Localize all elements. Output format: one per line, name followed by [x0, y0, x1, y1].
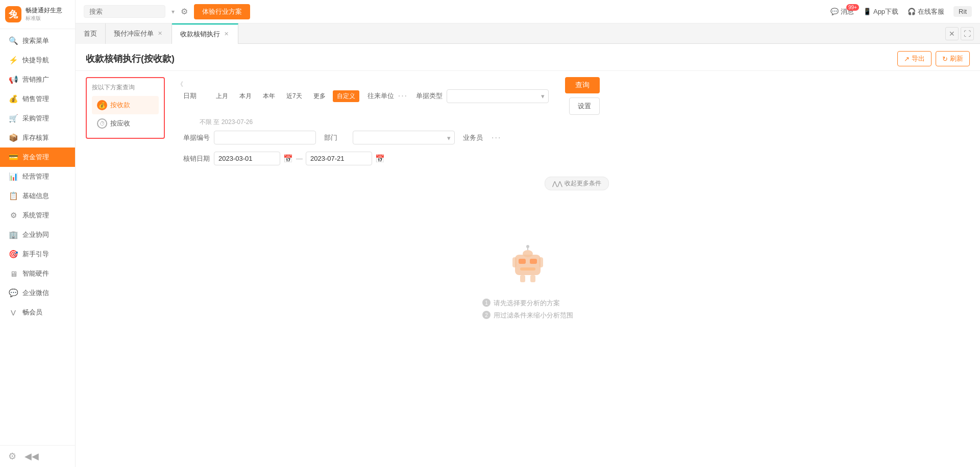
refresh-icon: ↻ [942, 55, 948, 63]
dept-label: 部门 [324, 133, 349, 142]
sidebar-label-5: 库存核算 [22, 133, 49, 142]
filter-row-2: 单据编号 部门 业务员 [183, 131, 970, 144]
writeoff-end-calendar-icon[interactable]: 📅 [375, 154, 385, 163]
collapse-bar: ⋀⋀ 收起更多条件 [183, 173, 970, 192]
empty-state: 1 请先选择要分析的方案 2 用过滤条件来缩小分析范围 [76, 199, 980, 343]
sidebar-icon-9: ⚙ [8, 211, 18, 220]
app-download-button[interactable]: 📱 App下载 [863, 7, 898, 16]
sidebar-icon-4: 🛒 [8, 114, 18, 123]
sidebar-item-9[interactable]: ⚙系统管理 [0, 206, 75, 225]
svg-rect-2 [530, 259, 537, 264]
sidebar-label-2: 营销推广 [22, 75, 49, 84]
sidebar-item-8[interactable]: 📋基础信息 [0, 186, 75, 206]
date-last-7days[interactable]: 近7天 [282, 90, 306, 102]
solution-button[interactable]: 体验行业方案 [194, 4, 250, 19]
date-no-limit-row: 不限 至 2023-07-26 [200, 118, 970, 127]
sidebar-item-5[interactable]: 📦库存核算 [0, 128, 75, 148]
query-button[interactable]: 查询 [565, 77, 600, 93]
sidebar-label-4: 采购管理 [22, 114, 49, 123]
empty-tip-1: 1 请先选择要分析的方案 [482, 299, 573, 308]
collapse-more-button[interactable]: ⋀⋀ 收起更多条件 [545, 177, 609, 190]
online-service-button[interactable]: 🎧 在线客服 [908, 7, 944, 16]
settings-icon[interactable]: ⚙ [8, 451, 16, 462]
empty-tips: 1 请先选择要分析的方案 2 用过滤条件来缩小分析范围 [482, 299, 573, 323]
writeoff-date-end-input[interactable] [306, 152, 372, 165]
close-tab-button[interactable]: ✕ [945, 27, 959, 40]
settings-gear-icon[interactable]: ⚙ [181, 7, 188, 16]
svg-rect-5 [539, 257, 543, 267]
export-button[interactable]: ↗ 导出 [897, 51, 932, 66]
date-custom-active[interactable]: 自定义 [333, 90, 359, 102]
sidebar-label-11: 新手引导 [22, 250, 49, 259]
sidebar-footer: ⚙ ◀◀ [0, 445, 75, 467]
sidebar-item-10[interactable]: 🏢企业协同 [0, 225, 75, 244]
sidebar-label-14: 畅会员 [22, 308, 42, 317]
filter-option-by-receivable[interactable]: ⏱ 按应收 [92, 114, 159, 133]
dept-select-wrap [353, 131, 455, 144]
sidebar-label-0: 搜索菜单 [22, 36, 49, 45]
writeoff-start-calendar-icon[interactable]: 📅 [283, 154, 293, 163]
page-actions: ↗ 导出 ↻ 刷新 [897, 51, 970, 66]
page-title: 收款核销执行(按收款) [86, 53, 175, 65]
filter-panel-collapse-button[interactable]: 《 [177, 80, 183, 89]
sidebar-item-12[interactable]: 🖥智能硬件 [0, 264, 75, 283]
svg-point-10 [526, 245, 529, 248]
tab-prepay[interactable]: 预付冲应付单 ✕ [106, 23, 172, 44]
sidebar-item-2[interactable]: 📢营销推广 [0, 70, 75, 89]
sidebar-item-3[interactable]: 💰销售管理 [0, 89, 75, 109]
tab-home[interactable]: 首页 [76, 23, 106, 44]
user-info[interactable]: Rit [953, 6, 972, 17]
dropdown-arrow-icon[interactable]: ▾ [172, 8, 175, 15]
page-header: 收款核销执行(按收款) ↗ 导出 ↻ 刷新 [76, 44, 980, 71]
bill-no-field: 单据编号 [183, 131, 316, 144]
dept-select[interactable] [353, 131, 455, 144]
filter-row-1: 日期 上月 本月 本年 近7天 更多 自定义 往来单位 [183, 77, 970, 115]
date-more[interactable]: 更多 [309, 90, 330, 102]
sidebar-icon-8: 📋 [8, 191, 18, 201]
sidebar-icon-14: V [8, 308, 18, 317]
bill-no-input[interactable] [214, 131, 316, 144]
message-badge: 99+ [846, 4, 859, 11]
main-area: ▾ ⚙ 体验行业方案 💬 消息 99+ 📱 App下载 🎧 在线客服 Rit 首… [76, 0, 980, 467]
sidebar-item-4[interactable]: 🛒采购管理 [0, 109, 75, 128]
svg-rect-3 [520, 267, 535, 271]
collapse-sidebar-icon[interactable]: ◀◀ [24, 451, 39, 462]
chevron-up-icon: ⋀⋀ [552, 180, 562, 187]
expand-tab-button[interactable]: ⛶ [961, 27, 974, 40]
receipt-icon: 💰 [97, 100, 107, 110]
sidebar-item-7[interactable]: 📊经营管理 [0, 167, 75, 186]
writeoff-date-label: 核销日期 [183, 154, 210, 163]
set-button[interactable]: 设置 [569, 97, 600, 115]
sidebar-label-1: 快捷导航 [22, 56, 49, 65]
app-logo-text: 畅捷通好生意 标准版 [26, 7, 62, 22]
sidebar-item-0[interactable]: 🔍搜索菜单 [0, 31, 75, 51]
sidebar-item-6[interactable]: 💳资金管理 [0, 148, 75, 167]
sidebar-item-1[interactable]: ⚡快捷导航 [0, 51, 75, 70]
tab-writeoff-close-icon[interactable]: ✕ [223, 30, 230, 38]
dept-field: 部门 [324, 131, 455, 144]
date-last-month[interactable]: 上月 [212, 90, 232, 102]
staff-label: 业务员 [463, 133, 487, 142]
page-content: 收款核销执行(按收款) ↗ 导出 ↻ 刷新 按以下方案查询 [76, 44, 980, 467]
bill-type-select[interactable] [447, 89, 549, 103]
vendor-label: 往来单位 [368, 91, 394, 101]
writeoff-date-range: 📅 — 📅 [214, 152, 385, 165]
vendor-input-dots[interactable]: ··· [398, 91, 408, 101]
app-icon: 📱 [863, 8, 871, 15]
staff-input-dots[interactable]: ··· [492, 133, 501, 142]
date-this-month[interactable]: 本月 [235, 90, 256, 102]
message-button[interactable]: 💬 消息 99+ [830, 7, 854, 16]
filter-option-by-receipt[interactable]: 💰 按收款 [92, 96, 159, 114]
date-this-year[interactable]: 本年 [259, 90, 279, 102]
tab-prepay-close-icon[interactable]: ✕ [157, 29, 163, 38]
sidebar-item-11[interactable]: 🎯新手引导 [0, 244, 75, 264]
writeoff-date-start-input[interactable] [214, 152, 280, 165]
sidebar-item-13[interactable]: 💬企业微信 [0, 283, 75, 303]
refresh-button[interactable]: ↻ 刷新 [936, 51, 970, 66]
filter-panel: 按以下方案查询 💰 按收款 ⏱ 按应收 [86, 77, 165, 139]
tab-writeoff[interactable]: 收款核销执行 ✕ [172, 23, 238, 44]
sidebar-label-8: 基础信息 [22, 191, 49, 201]
sidebar-item-14[interactable]: V畅会员 [0, 303, 75, 322]
search-input[interactable] [84, 5, 165, 18]
receivable-icon: ⏱ [97, 118, 107, 129]
